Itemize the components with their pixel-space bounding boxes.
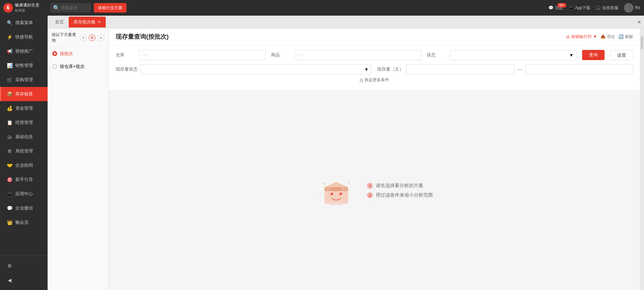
product-input[interactable]: ··· [294,50,421,60]
sidebar-item-enterprise[interactable]: 🤝 企业协同 [0,158,48,173]
sidebar-item-operations[interactable]: 📋 经营管理 [0,115,48,130]
collapse-conditions-btn[interactable]: ⋀ 收起更多条件 [116,74,633,86]
sidebar-bottom: ⚙ ◀ [0,256,48,290]
svg-marker-3 [324,182,348,187]
sales-icon: 📊 [6,62,13,69]
export-btn[interactable]: 📤 导出 [600,34,615,40]
sidebar-item-apps[interactable]: 📱 应用中心 [0,187,48,201]
sidebar-collapse-btn[interactable]: ◀ [0,273,48,287]
tab-bar: 首页 库存批次账 ✕ ✕ [48,16,644,29]
sidebar-item-quick[interactable]: ⚡ 快捷导航 [0,30,48,44]
topbar: 6 畅康通好生意 标准版 🔍 体验行业方案 💬 消息 99+ 📱 App下载 🎧… [0,0,644,16]
sidebar-item-label: 搜索菜单 [15,20,33,26]
message-icon: 💬 [548,5,554,10]
app-version: 标准版 [15,8,39,13]
sidebar-item-marketing[interactable]: 📢 营销推广 [0,44,48,58]
dropdown-icon: ▼ [569,53,574,58]
print-dropdown-icon[interactable]: ▼ [593,34,597,39]
filter-panel-title: 按以下方案查询 [52,32,80,43]
warehouse-placeholder: ··· [142,52,148,58]
search-icon: 🔍 [53,5,60,11]
query-button[interactable]: 查询 [582,50,605,60]
search-input[interactable] [61,5,88,10]
stock-qty-max[interactable] [525,64,633,74]
export-label: 导出 [607,34,615,40]
stock-qty-min[interactable] [406,64,514,74]
sidebar-item-purchase[interactable]: 🛒 采购管理 [0,73,48,87]
filter-settings-btn[interactable]: ⚙ [89,34,96,41]
messages-btn[interactable]: 💬 消息 99+ [548,5,563,11]
right-scrollbar[interactable] [640,29,644,290]
printer-icon: 🖨 [566,34,570,39]
product-label: 商品 [271,52,291,58]
print-label: 按模板打印 [571,34,592,40]
logo-area: 6 畅康通好生意 标准版 [0,0,48,16]
basic-icon: 🗂 [6,134,13,140]
inventory-icon: 📦 [6,91,13,97]
refresh-label: 刷新 [625,34,633,40]
page-title: 现存量查询(按批次) [116,33,169,41]
print-btn[interactable]: 🖨 按模板打印 ▼ [566,34,597,40]
warehouse-input[interactable]: ··· [139,50,266,60]
main-layout: 🔍 搜索菜单 ⚡ 快捷导航 📢 营销推广 📊 销售管理 🛒 采购管理 📦 库存核… [0,16,644,290]
empty-text-area: 1 请先选择要分析的方案 2 用过滤条件来缩小分析范围 [367,183,433,198]
svg-text:✦: ✦ [348,181,350,184]
sidebar-item-label: 企业协同 [15,162,33,168]
sidebar-settings-btn[interactable]: ⚙ [0,259,48,273]
filter-radio-inner [54,53,56,55]
scrollbar-thumb[interactable] [641,36,643,50]
sidebar-item-label: 营销推广 [15,48,33,54]
export-icon: 📤 [600,34,606,39]
tab-inventory-batch[interactable]: 库存批次账 ✕ [69,17,106,28]
marketing-icon: 📢 [6,48,13,54]
filter-conditions: 仓库 ··· 商品 ··· 状态 [109,45,640,91]
qty-divider: — [517,66,523,72]
member-icon: 👑 [6,219,13,225]
app-download-label: App下载 [575,5,590,11]
refresh-btn[interactable]: 🔄 刷新 [618,34,633,40]
empty-illustration: ✦ ✦ ✦ [316,170,357,211]
filter-panel: 按以下方案查询 + ⚙ « 按批次 按仓库+批次 [48,29,109,290]
content-area: 首页 库存批次账 ✕ ✕ 按以下方案查询 + ⚙ « [48,16,644,290]
menu-search[interactable]: 🔍 [50,3,91,13]
sidebar-item-member[interactable]: 👑 畅会员 [0,215,48,230]
guide-icon: 🎯 [6,177,13,183]
filter-row-2: 现存量状态 ▼ 现存量（主） — [116,64,633,74]
online-service-btn[interactable]: 🎧 在线客服 [596,5,618,11]
sidebar-item-label: 畅会员 [15,219,29,225]
filter-item-warehouse-batch[interactable]: 按仓库+批次 [48,60,108,73]
collapse-icon: ◀ [6,277,13,283]
filter-item-batch[interactable]: 按批次 [48,47,108,60]
headset-icon: 🎧 [596,5,601,10]
app-download-btn[interactable]: 📱 App下载 [569,5,590,11]
sidebar-item-system[interactable]: ⚙ 系统管理 [0,144,48,158]
topbar-right: 💬 消息 99+ 📱 App下载 🎧 在线客服 Rit [548,3,640,13]
sidebar-item-inventory[interactable]: 📦 库存核算 [0,87,48,101]
settings-button[interactable]: 设置 [610,50,633,60]
stock-status-select[interactable]: ▼ [140,64,372,74]
filter-add-btn[interactable]: + [80,34,87,41]
sidebar-item-wechat[interactable]: 💬 企业微信 [0,201,48,215]
sidebar-item-search[interactable]: 🔍 搜索菜单 [0,16,48,30]
sidebar-item-basic[interactable]: 🗂 基础信息 [0,130,48,144]
sidebar-item-finance[interactable]: 💰 资金管理 [0,101,48,115]
logo-icon: 6 [3,3,13,13]
tab-home[interactable]: 首页 [50,17,69,28]
sidebar-item-label: 新手引导 [15,177,33,183]
sidebar-item-label: 资金管理 [15,105,33,111]
sidebar-item-guide[interactable]: 🎯 新手引导 [0,173,48,187]
status-select[interactable]: ▼ [450,50,577,60]
wechat-icon: 💬 [6,205,13,211]
sidebar: 🔍 搜索菜单 ⚡ 快捷导航 📢 营销推广 📊 销售管理 🛒 采购管理 📦 库存核… [0,16,48,290]
app-download-icon: 📱 [569,5,574,10]
tab-close-all-icon[interactable]: ✕ [637,19,641,25]
sidebar-item-sales[interactable]: 📊 销售管理 [0,58,48,73]
tab-close-icon[interactable]: ✕ [98,20,101,24]
enterprise-icon: 🤝 [6,162,13,168]
dropdown-icon: ▼ [364,67,369,72]
experience-btn[interactable]: 体验行业方案 [94,3,126,13]
stock-qty-field: 现存量（主） — [377,64,633,74]
user-avatar-btn[interactable]: Rit [624,3,640,13]
filter-collapse-btn[interactable]: « [98,34,104,41]
status-label: 状态 [427,52,447,58]
